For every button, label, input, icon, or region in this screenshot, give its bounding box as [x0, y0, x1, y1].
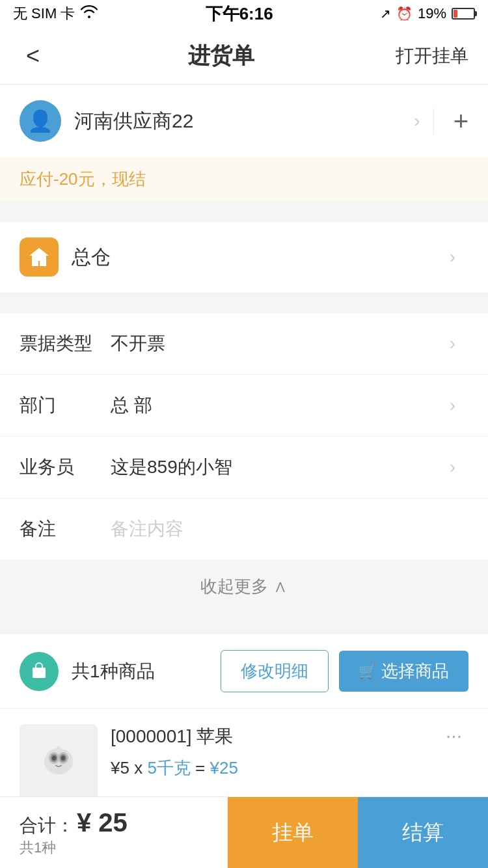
select-product-button[interactable]: 🛒 选择商品: [339, 651, 468, 692]
product-count-icon: [20, 652, 59, 691]
warehouse-name: 总仓: [72, 244, 450, 271]
salesperson-label: 业务员: [20, 455, 98, 480]
main-content: 👤 河南供应商22 › + 应付-20元，现结 总仓 › 票据类型 不开票 ›: [0, 85, 488, 868]
warehouse-row[interactable]: 总仓 ›: [0, 222, 488, 292]
remark-value: 备注内容: [111, 517, 468, 541]
person-icon: 👤: [27, 109, 53, 133]
total-count: 共1种: [20, 838, 208, 858]
page-title: 进货单: [188, 41, 254, 71]
dept-chevron-icon: ›: [450, 395, 455, 416]
total-section: 合计： ¥ 25 共1种: [0, 797, 228, 868]
remark-label: 备注: [20, 517, 98, 541]
product-more-button[interactable]: ···: [439, 724, 468, 746]
supplier-avatar: 👤: [20, 100, 61, 142]
product-code: [0000001]: [111, 726, 192, 746]
invoice-label: 票据类型: [20, 331, 98, 356]
product-quantity: 5千克: [147, 758, 190, 778]
battery-icon: [452, 8, 475, 20]
svg-point-7: [61, 756, 65, 761]
salesperson-chevron-icon: ›: [450, 457, 455, 478]
product-title: 苹果: [197, 726, 233, 746]
location-icon: ↗: [380, 6, 391, 21]
product-name: [0000001] 苹果: [111, 724, 439, 749]
product-total: ¥25: [210, 758, 238, 778]
svg-point-6: [52, 756, 56, 761]
warehouse-icon: [20, 237, 59, 277]
product-count-text: 共1种商品: [72, 659, 221, 684]
invoice-value: 不开票: [111, 331, 450, 356]
checkout-button[interactable]: 结算: [358, 797, 488, 868]
invoice-type-row[interactable]: 票据类型 不开票 ›: [0, 313, 488, 375]
house-icon: [27, 245, 51, 269]
select-product-label: 选择商品: [381, 660, 449, 683]
equals-sign: =: [195, 758, 210, 778]
svg-point-1: [44, 748, 73, 774]
edit-detail-button[interactable]: 修改明细: [221, 650, 329, 692]
dept-label: 部门: [20, 393, 98, 418]
status-bar: 无 SIM 卡 下午6:16 ↗ ⏰ 19%: [0, 0, 488, 27]
status-time: 下午6:16: [206, 3, 273, 25]
warning-banner: 应付-20元，现结: [0, 157, 488, 201]
salesperson-value: 这是859的小智: [111, 455, 450, 480]
battery-percent: 19%: [418, 5, 446, 22]
svg-marker-8: [54, 746, 63, 751]
product-price: ¥5 x 5千克 = ¥25: [111, 757, 439, 780]
carrier-label: 无 SIM 卡: [13, 4, 75, 23]
back-button[interactable]: <: [20, 36, 46, 76]
total-label: 合计：: [20, 813, 74, 838]
open-hang-button[interactable]: 打开挂单: [396, 44, 468, 68]
bag-icon: [29, 661, 49, 682]
invoice-chevron-icon: ›: [450, 333, 455, 354]
vertical-divider: [433, 108, 434, 134]
collapse-row[interactable]: 收起更多 ∧: [0, 560, 488, 614]
status-left: 无 SIM 卡: [13, 4, 98, 23]
supplier-chevron-icon: ›: [414, 111, 420, 131]
wifi-icon: [80, 5, 98, 22]
svg-rect-0: [33, 668, 46, 678]
collapse-label: 收起更多 ∧: [200, 575, 287, 598]
owl-logo-icon: [36, 737, 81, 790]
dept-value: 总 部: [111, 393, 450, 418]
nav-bar: < 进货单 打开挂单: [0, 27, 488, 85]
product-section: 共1种商品 修改明细 🛒 选择商品: [0, 634, 488, 818]
supplier-section: 👤 河南供应商22 › + 应付-20元，现结: [0, 85, 488, 201]
price-separator: x: [134, 758, 147, 778]
bottom-bar: 合计： ¥ 25 共1种 挂单 结算: [0, 796, 488, 868]
salesperson-row[interactable]: 业务员 这是859的小智 ›: [0, 437, 488, 498]
alarm-icon: ⏰: [396, 6, 413, 21]
total-amount: ¥ 25: [77, 808, 128, 837]
warning-text: 应付-20元，现结: [20, 169, 146, 189]
form-section: 票据类型 不开票 › 部门 总 部 › 业务员 这是859的小智 › 备注 备注…: [0, 313, 488, 560]
hang-button[interactable]: 挂单: [228, 797, 358, 868]
supplier-name: 河南供应商22: [74, 108, 414, 135]
product-info: [0000001] 苹果 ¥5 x 5千克 = ¥25: [111, 724, 439, 780]
price-unit: ¥5: [111, 758, 129, 778]
select-product-icon: 🛒: [359, 663, 376, 680]
remark-row[interactable]: 备注 备注内容: [0, 498, 488, 560]
product-thumbnail: [20, 724, 98, 802]
department-row[interactable]: 部门 总 部 ›: [0, 375, 488, 437]
product-header: 共1种商品 修改明细 🛒 选择商品: [0, 634, 488, 709]
status-right: ↗ ⏰ 19%: [380, 5, 475, 22]
warehouse-chevron-icon: ›: [450, 247, 455, 267]
supplier-row[interactable]: 👤 河南供应商22 › +: [0, 85, 488, 157]
add-supplier-button[interactable]: +: [454, 107, 468, 136]
